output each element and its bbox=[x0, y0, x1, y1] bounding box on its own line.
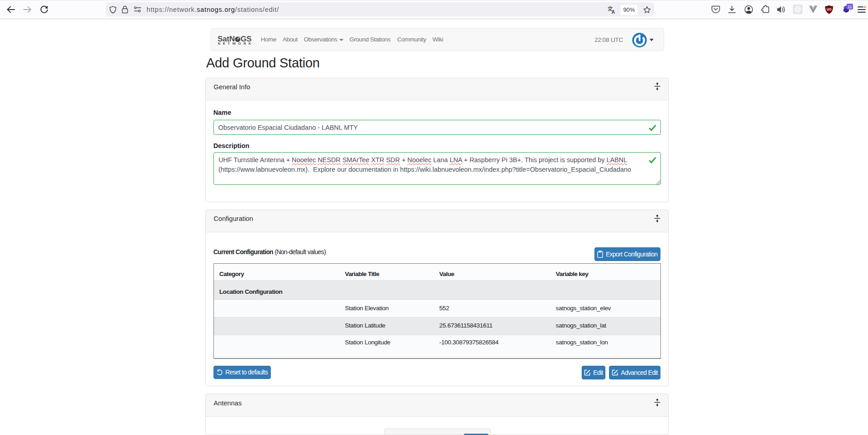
svg-text:UO: UO bbox=[827, 8, 832, 11]
svg-text:11: 11 bbox=[848, 5, 852, 9]
svg-text:A: A bbox=[612, 9, 615, 14]
